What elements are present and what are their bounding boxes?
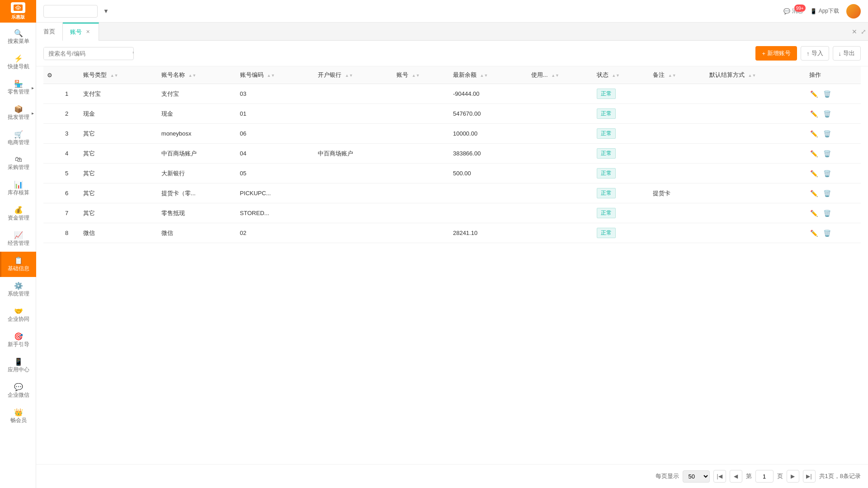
delete-button[interactable]: 🗑️ [822,109,832,118]
status-badge: 正常 [597,148,616,159]
delete-button[interactable]: 🗑️ [822,129,832,138]
search-button[interactable]: 🔍 [129,50,134,57]
account-col-header[interactable]: 账号 ▲▼ [393,66,449,84]
name-sort-icon: ▲▼ [188,74,196,78]
message-button[interactable]: 💬 消息 99+ [783,7,803,15]
pagination: 每页显示 50 100 200 |◀ ◀ 第 页 ▶ ▶| 共1页，8条记录 [36,464,868,488]
status-badge: 正常 [597,188,616,198]
export-button[interactable]: ↓ 导出 [833,46,861,61]
sidebar-item-system[interactable]: ⚙️ 系统管理 [0,277,36,302]
page-number-input[interactable] [755,470,774,483]
account-sort-icon: ▲▼ [412,74,420,78]
last-page-button[interactable]: ▶| [803,470,816,483]
row-actions: ✏️ 🗑️ [806,183,861,203]
user-avatar[interactable] [846,4,861,19]
name-col-header[interactable]: 账号名称 ▲▼ [158,66,236,84]
row-name: 微信 [158,223,236,243]
tab-close-window-button[interactable]: ✕ [850,27,859,36]
sidebar-item-finance[interactable]: 💰 资金管理 [0,201,36,226]
tab-home[interactable]: 首页 [36,23,63,41]
delete-button[interactable]: 🗑️ [822,189,832,198]
row-actions: ✏️ 🗑️ [806,104,861,124]
export-icon: ↓ [839,50,842,57]
status-badge: 正常 [597,89,616,99]
edit-button[interactable]: ✏️ [809,149,819,158]
add-account-button[interactable]: + 新增账号 [755,46,797,61]
edit-button[interactable]: ✏️ [809,189,819,198]
settlement-col-header[interactable]: 默认结算方式 ▲▼ [706,66,806,84]
balance-col-label: 最新余额 [453,71,476,78]
toolbar-right: + 新增账号 ↑ 导入 ↓ 导出 [755,46,861,61]
sidebar-item-purchase[interactable]: 🛍 采购管理 [0,151,36,176]
row-balance [449,203,528,223]
row-index: 1 [61,84,80,104]
delete-button[interactable]: 🗑️ [822,149,832,158]
app-center-icon: 📱 [14,357,23,366]
table-row: 1 支付宝 支付宝 03 -90444.00 正常 ✏️ 🗑️ [43,84,861,104]
topbar-search-input[interactable] [43,5,98,18]
row-bank [314,183,393,203]
topbar-dropdown[interactable]: ▼ [103,8,109,14]
sidebar-item-quick-nav[interactable]: ⚡ 快捷导航 [0,50,36,75]
search-box: 🔍 [43,47,134,60]
sidebar-item-search[interactable]: 🔍 搜索菜单 [0,23,36,50]
topbar-left: ▼ [43,5,109,18]
edit-button[interactable]: ✏️ [809,129,819,138]
sidebar-item-operations[interactable]: 📈 经营管理 [0,226,36,252]
delete-button[interactable]: 🗑️ [822,169,832,178]
sidebar-item-guide[interactable]: 🎯 新手引导 [0,328,36,353]
remark-col-header[interactable]: 备注 ▲▼ [649,66,706,84]
edit-button[interactable]: ✏️ [809,89,819,99]
delete-button[interactable]: 🗑️ [822,89,832,99]
type-col-header[interactable]: 账号类型 ▲▼ [80,66,158,84]
sidebar-item-wholesale[interactable]: 📦 批发管理 [0,100,36,126]
bank-col-header[interactable]: 开户银行 ▲▼ [314,66,393,84]
sidebar-item-wechat[interactable]: 💬 企业微信 [0,378,36,404]
sidebar-item-ecommerce[interactable]: 🛒 电商管理 [0,126,36,151]
import-button[interactable]: ↑ 导入 [801,46,829,61]
sidebar-label: 快捷导航 [8,63,29,70]
settings-icon[interactable]: ⚙ [47,72,52,79]
next-page-button[interactable]: ▶ [787,470,799,483]
delete-button[interactable]: 🗑️ [822,229,832,238]
add-icon: + [762,50,765,57]
search-icon: 🔍 [132,50,134,57]
balance-col-header[interactable]: 最新余额 ▲▼ [449,66,528,84]
prev-page-button[interactable]: ◀ [730,470,742,483]
delete-button[interactable]: 🗑️ [822,209,832,218]
sidebar-item-member[interactable]: 👑 畅会员 [0,404,36,429]
edit-button[interactable]: ✏️ [809,209,819,218]
status-col-header[interactable]: 状态 ▲▼ [593,66,650,84]
settlement-sort-icon: ▲▼ [748,74,756,78]
sidebar-label: 应用中心 [8,366,29,374]
sidebar-item-app-center[interactable]: 📱 应用中心 [0,353,36,378]
tab-close-icon[interactable]: ✕ [85,28,91,35]
sidebar-item-basic-info[interactable]: 📋 基础信息 [0,252,36,277]
code-col-header[interactable]: 账号编码 ▲▼ [236,66,315,84]
sidebar-item-retail[interactable]: 🏪 零售管理 [0,75,36,100]
row-status: 正常 [593,223,650,243]
sidebar-item-inventory[interactable]: 📊 库存核算 [0,176,36,201]
logo-icon [11,2,25,13]
row-bank [314,104,393,124]
name-col-label: 账号名称 [161,71,185,78]
page-suffix: 页 [777,472,783,480]
row-usage [528,203,593,223]
sidebar-item-enterprise[interactable]: 🤝 企业协同 [0,302,36,328]
usage-col-header[interactable]: 使用... ▲▼ [528,66,593,84]
edit-button[interactable]: ✏️ [809,109,819,118]
download-button[interactable]: 📱 App下载 [810,7,839,15]
row-name: moneybosx [158,124,236,144]
tab-account[interactable]: 账号 ✕ [63,23,99,41]
first-page-button[interactable]: |◀ [713,470,726,483]
ecommerce-icon: 🛒 [14,130,23,139]
tab-maximize-button[interactable]: ⤢ [859,27,868,36]
edit-button[interactable]: ✏️ [809,169,819,178]
edit-button[interactable]: ✏️ [809,229,819,238]
sidebar-label: 零售管理 [8,88,29,96]
row-account [393,124,449,144]
search-input[interactable] [44,47,129,60]
table-row: 7 其它 零售抵现 STORED... 正常 ✏️ 🗑️ [43,203,861,223]
finance-icon: 💰 [14,206,23,214]
per-page-select[interactable]: 50 100 200 [683,470,710,483]
